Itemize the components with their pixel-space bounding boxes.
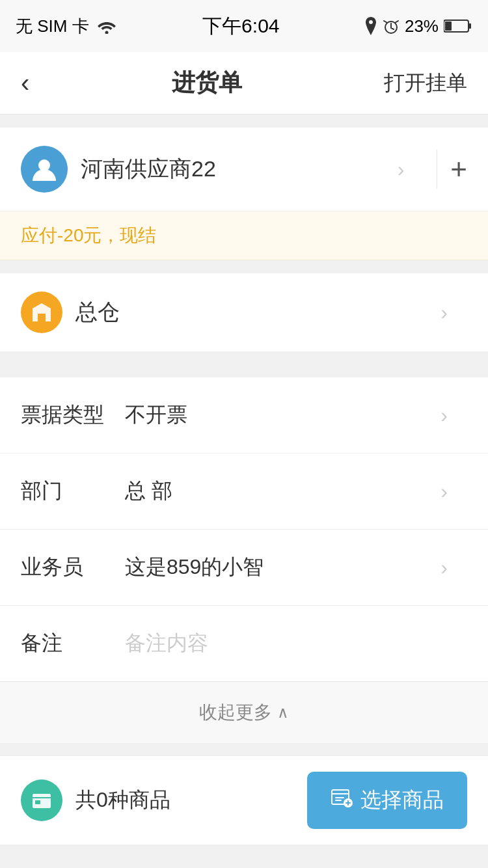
supplier-name: 河南供应商22 <box>81 154 398 184</box>
nav-bar: ‹ 进货单 打开挂单 <box>0 52 488 115</box>
bottom-space <box>0 845 488 868</box>
product-bar: 共0种商品 选择商品 <box>0 756 488 845</box>
warehouse-section: 总仓 › <box>0 273 488 351</box>
status-left: 无 SIM 卡 <box>16 15 118 38</box>
open-pending-button[interactable]: 打开挂单 <box>384 69 467 98</box>
svg-rect-8 <box>35 800 40 804</box>
department-label: 部门 <box>21 477 112 506</box>
svg-rect-6 <box>38 314 46 321</box>
supplier-row[interactable]: 河南供应商22 › + <box>0 128 488 211</box>
salesperson-value: 这是859的小智 <box>112 553 441 582</box>
remark-label: 备注 <box>21 629 112 658</box>
status-right: 23% <box>364 16 472 36</box>
salesperson-row[interactable]: 业务员 这是859的小智 › <box>0 530 488 606</box>
invoice-type-chevron-icon: › <box>441 403 448 427</box>
select-product-icon <box>331 789 353 813</box>
product-count-label: 共0种商品 <box>75 786 307 815</box>
collapse-row[interactable]: 收起更多 ∧ <box>0 681 488 743</box>
department-row[interactable]: 部门 总 部 › <box>0 454 488 530</box>
supplier-chevron-icon: › <box>398 157 405 182</box>
svg-rect-3 <box>468 23 471 29</box>
vertical-divider <box>437 150 437 189</box>
back-button[interactable]: ‹ <box>21 68 29 98</box>
status-bar: 无 SIM 卡 下午6:04 23% <box>0 0 488 52</box>
warehouse-icon-circle <box>21 292 62 333</box>
wifi-icon <box>96 18 118 34</box>
collapse-arrow-icon: ∧ <box>277 703 289 722</box>
select-product-button[interactable]: 选择商品 <box>307 772 467 829</box>
carrier-label: 无 SIM 卡 <box>16 15 89 38</box>
add-button[interactable]: + <box>450 153 467 185</box>
alert-text: 应付-20元，现结 <box>21 225 156 245</box>
supplier-avatar <box>21 146 68 193</box>
alert-banner: 应付-20元，现结 <box>0 211 488 260</box>
divider-3 <box>0 351 488 364</box>
collapse-text: 收起更多 <box>199 700 272 725</box>
select-product-label: 选择商品 <box>360 786 444 815</box>
warehouse-chevron-icon: › <box>441 301 448 325</box>
product-icon-circle <box>21 780 62 821</box>
salesperson-label: 业务员 <box>21 553 112 582</box>
form-section: 票据类型 不开票 › 部门 总 部 › 业务员 这是859的小智 › 备注 备注… <box>0 377 488 681</box>
svg-point-0 <box>105 31 108 34</box>
divider-1 <box>0 115 488 128</box>
department-value: 总 部 <box>112 477 441 506</box>
department-chevron-icon: › <box>441 480 448 504</box>
warehouse-name: 总仓 <box>75 297 441 327</box>
battery-label: 23% <box>405 16 439 36</box>
svg-rect-4 <box>445 21 452 31</box>
remark-input[interactable]: 备注内容 <box>112 629 467 658</box>
status-time: 下午6:04 <box>202 13 279 40</box>
invoice-type-row[interactable]: 票据类型 不开票 › <box>0 377 488 454</box>
warehouse-row[interactable]: 总仓 › <box>0 273 488 351</box>
salesperson-chevron-icon: › <box>441 556 448 580</box>
location-icon <box>364 17 377 35</box>
invoice-type-label: 票据类型 <box>21 401 112 429</box>
battery-icon <box>444 19 472 33</box>
supplier-section: 河南供应商22 › + 应付-20元，现结 <box>0 128 488 260</box>
invoice-type-value: 不开票 <box>112 401 441 429</box>
page-title: 进货单 <box>172 67 242 99</box>
divider-2 <box>0 260 488 273</box>
alarm-icon <box>383 17 400 35</box>
remark-row[interactable]: 备注 备注内容 <box>0 606 488 681</box>
